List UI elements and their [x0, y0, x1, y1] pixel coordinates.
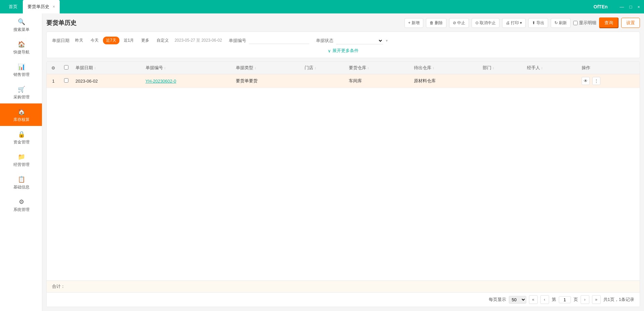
sidebar-item-operation[interactable]: 📁 经营管理	[0, 148, 42, 171]
page-title: 要货单历史	[46, 19, 76, 27]
delete-button[interactable]: 🗑 删除	[426, 18, 446, 28]
sidebar-item-system[interactable]: ⚙ 系统管理	[0, 193, 42, 216]
export-button[interactable]: ⬆ 导出	[528, 18, 548, 28]
th-order-no: 单据编号 ↕	[142, 62, 233, 74]
cancel-suspend-label: 取消中止	[480, 20, 496, 26]
sort-order-no-icon[interactable]: ↕	[164, 66, 166, 70]
window-maximize[interactable]: □	[630, 4, 632, 9]
date-range-display: 2023-05-27 至 2023-06-02	[174, 38, 222, 43]
tab-order-history-label: 要货单历史	[28, 4, 49, 10]
new-button[interactable]: + 新增	[405, 18, 423, 28]
delete-label: 删除	[435, 20, 443, 26]
cell-department	[479, 74, 524, 88]
date-btn-today[interactable]: 今天	[88, 37, 102, 44]
date-btn-yesterday[interactable]: 昨天	[72, 37, 86, 44]
date-btn-last7[interactable]: 近7天	[103, 37, 119, 44]
th-checkbox[interactable]	[60, 62, 72, 74]
tab-list: 首页 要货单历史 ×	[4, 0, 60, 13]
date-btn-last-month[interactable]: 近1月	[121, 37, 137, 44]
sidebar-finance-label: 资金管理	[13, 139, 30, 145]
search-button[interactable]: 查询	[599, 17, 619, 28]
page-suffix: 页	[574, 297, 578, 303]
date-btn-custom[interactable]: 自定义	[154, 37, 172, 44]
th-pending-warehouse: 待出仓库 ↕	[411, 62, 479, 74]
table-footer: 合计：	[47, 280, 640, 292]
page-number-input[interactable]	[559, 296, 571, 303]
sort-order-type-icon[interactable]: ↕	[255, 66, 256, 70]
window-close[interactable]: ×	[637, 4, 640, 9]
sidebar-system-label: 系统管理	[13, 207, 30, 213]
sidebar-item-quick-nav[interactable]: 🏠 快捷导航	[0, 36, 42, 58]
date-shortcuts: 昨天 今天 近7天 近1月 更多 自定义	[72, 37, 172, 44]
show-detail-toggle[interactable]: 显示明细	[573, 20, 596, 26]
close-tab-icon[interactable]: ×	[53, 4, 55, 9]
date-filter-group: 单据日期 昨天 今天 近7天 近1月 更多 自定义 2023-05-27 至 2…	[52, 37, 222, 44]
sort-handler-icon[interactable]: ↕	[541, 66, 543, 70]
prev-page-button[interactable]: ‹	[540, 295, 549, 304]
cancel-suspend-button[interactable]: ⊙ 取消中止	[472, 18, 499, 28]
row-num: 1	[47, 74, 60, 88]
refresh-button[interactable]: ↻ 刷新	[551, 18, 571, 28]
content-area: 要货单历史 + 新增 🗑 删除 ⊘ 中止 ⊙ 取消中止 🖨 打印	[42, 13, 644, 311]
pagination-bar: 每页显示 50 10 20 100 « ‹ 第 页 › » 共1页，1条记录	[47, 292, 640, 307]
table-row: 1 2023-06-02 YH-20230602-0 要货单要货 车间库	[47, 74, 640, 88]
suspend-button[interactable]: ⊘ 中止	[449, 18, 469, 28]
cancel-suspend-icon: ⊙	[475, 20, 479, 25]
select-all-checkbox[interactable]	[64, 65, 68, 70]
cell-date: 2023-06-02	[72, 74, 142, 88]
window-minimize[interactable]: —	[620, 4, 624, 9]
cell-req-warehouse: 车间库	[345, 74, 411, 88]
sidebar: 🔍 搜索菜单 🏠 快捷导航 📊 销售管理 🛒 采购管理 🏠 库存核算 🔒 资金管…	[0, 13, 42, 311]
sidebar-item-search[interactable]: 🔍 搜索菜单	[0, 13, 42, 36]
status-label: 单据状态	[316, 38, 333, 44]
settings-button[interactable]: 设置	[621, 18, 640, 28]
row-checkbox-cell[interactable]	[60, 74, 72, 88]
date-filter-label: 单据日期	[52, 38, 69, 44]
tab-order-history[interactable]: 要货单历史 ×	[23, 0, 60, 13]
next-page-button[interactable]: ›	[581, 295, 589, 304]
sort-pending-warehouse-icon[interactable]: ↕	[433, 66, 434, 70]
purchase-icon: 🛒	[18, 86, 25, 93]
row-checkbox[interactable]	[64, 78, 68, 83]
sidebar-item-purchase[interactable]: 🛒 采购管理	[0, 81, 42, 103]
print-button[interactable]: 🖨 打印 ▾	[502, 18, 526, 28]
th-settings[interactable]: ⚙	[47, 62, 60, 74]
sales-icon: 📊	[18, 63, 25, 71]
sidebar-basic-info-label: 基础信息	[13, 184, 30, 190]
show-detail-checkbox[interactable]	[573, 21, 578, 25]
sidebar-item-finance[interactable]: 🔒 资金管理	[0, 126, 42, 148]
order-no-link[interactable]: YH-20230602-0	[146, 79, 176, 84]
order-no-label: 单据编号	[229, 38, 246, 44]
sidebar-item-sales[interactable]: 📊 销售管理	[0, 58, 42, 81]
status-select[interactable]	[336, 37, 383, 44]
last-page-button[interactable]: »	[592, 295, 601, 304]
cell-pending-warehouse: 原材料仓库	[411, 74, 479, 88]
sort-department-icon[interactable]: ↕	[493, 66, 494, 70]
data-table: ⚙ 单据日期 ↕ 单据编号	[47, 62, 640, 88]
sidebar-item-basic-info[interactable]: 📋 基础信息	[0, 171, 42, 193]
print-icon: 🖨	[506, 20, 510, 25]
sort-req-warehouse-icon[interactable]: ↕	[367, 66, 369, 70]
table-head: ⚙ 单据日期 ↕ 单据编号	[47, 62, 640, 74]
home-icon: 🏠	[18, 41, 25, 48]
order-no-input[interactable]	[249, 37, 309, 44]
th-req-warehouse: 要货仓库 ↕	[345, 62, 411, 74]
order-no-filter-group: 单据编号	[229, 37, 309, 44]
tab-home-label: 首页	[9, 4, 17, 10]
th-handler: 经手人 ↕	[524, 62, 578, 74]
main-layout: 🔍 搜索菜单 🏠 快捷导航 📊 销售管理 🛒 采购管理 🏠 库存核算 🔒 资金管…	[0, 13, 644, 311]
cell-store	[301, 74, 345, 88]
view-action-icon[interactable]: 👁	[582, 77, 590, 85]
page-size-select[interactable]: 50 10 20 100	[509, 296, 526, 304]
more-action-icon[interactable]: ⋮	[592, 77, 600, 85]
print-chevron-icon: ▾	[520, 20, 522, 25]
sort-store-icon[interactable]: ↕	[315, 66, 316, 70]
first-page-button[interactable]: «	[529, 295, 538, 304]
tab-home[interactable]: 首页	[4, 0, 22, 13]
sort-date-icon[interactable]: ↕	[94, 66, 96, 70]
page-label: 第	[552, 297, 556, 303]
print-label: 打印	[511, 20, 519, 26]
date-btn-more[interactable]: 更多	[138, 37, 152, 44]
sidebar-item-inventory[interactable]: 🏠 库存核算	[0, 103, 42, 126]
expand-more-btn[interactable]: ∨ 展开更多条件	[52, 48, 634, 54]
